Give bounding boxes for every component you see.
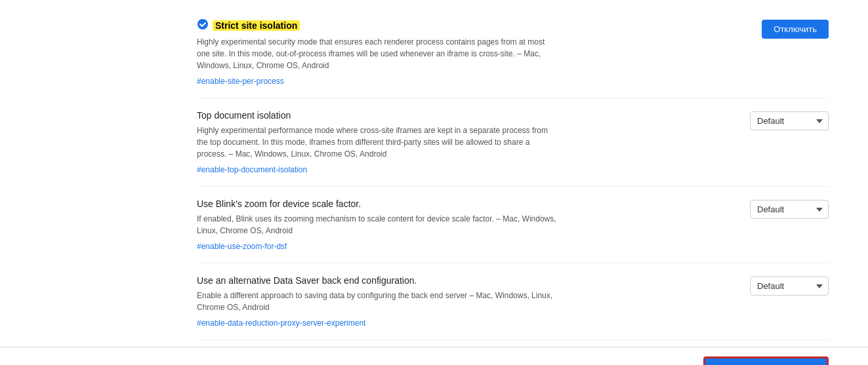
footer-bar: Внесенные изменения станут активны после… bbox=[0, 347, 868, 365]
restart-button[interactable]: ПЕРЕЗАПУСТИТЬ bbox=[703, 356, 829, 365]
flag-item-blink-zoom: Use Blink's zoom for device scale factor… bbox=[197, 187, 829, 263]
flag-control-blink-zoom: DefaultEnabledDisabled bbox=[750, 199, 829, 219]
highlight-badge: Strict site isolation bbox=[213, 20, 300, 31]
flag-title-blink-zoom: Use Blink's zoom for device scale factor… bbox=[197, 199, 558, 209]
flag-info-blink-zoom: Use Blink's zoom for device scale factor… bbox=[197, 199, 558, 251]
select-data-saver-backend[interactable]: DefaultEnabledDisabled bbox=[750, 277, 829, 296]
flag-description-data-saver-backend: Enable a different approach to saving da… bbox=[197, 290, 558, 313]
flag-title-top-document-isolation: Top document isolation bbox=[197, 110, 558, 121]
flag-description-top-document-isolation: Highly experimental performance mode whe… bbox=[197, 125, 558, 160]
checkmark-icon bbox=[197, 18, 209, 32]
flag-info-strict-site-isolation: Strict site isolationHighly experimental… bbox=[197, 18, 558, 86]
svg-point-0 bbox=[197, 19, 208, 29]
flag-control-top-document-isolation: DefaultEnabledDisabled bbox=[750, 110, 829, 130]
flags-list: Strict site isolationHighly experimental… bbox=[0, 0, 868, 347]
flag-item-strict-site-isolation: Strict site isolationHighly experimental… bbox=[197, 7, 829, 98]
select-top-document-isolation[interactable]: DefaultEnabledDisabled bbox=[750, 111, 829, 130]
flag-title-strict-site-isolation: Strict site isolation bbox=[197, 18, 558, 32]
flag-link-data-saver-backend[interactable]: #enable-data-reduction-proxy-server-expe… bbox=[197, 318, 365, 328]
flag-link-top-document-isolation[interactable]: #enable-top-document-isolation bbox=[197, 165, 307, 174]
flag-info-top-document-isolation: Top document isolationHighly experimenta… bbox=[197, 110, 558, 174]
flag-description-blink-zoom: If enabled, Blink uses its zooming mecha… bbox=[197, 213, 558, 237]
flag-link-blink-zoom[interactable]: #enable-use-zoom-for-dsf bbox=[197, 242, 287, 251]
flag-item-data-saver-backend: Use an alternative Data Saver back end c… bbox=[197, 263, 829, 340]
flag-item-top-document-isolation: Top document isolationHighly experimenta… bbox=[197, 98, 829, 187]
select-blink-zoom[interactable]: DefaultEnabledDisabled bbox=[750, 200, 829, 219]
flag-control-data-saver-backend: DefaultEnabledDisabled bbox=[750, 275, 829, 296]
flag-control-strict-site-isolation: Отключить bbox=[762, 18, 829, 39]
disable-button-strict-site-isolation[interactable]: Отключить bbox=[762, 20, 829, 39]
flag-title-data-saver-backend: Use an alternative Data Saver back end c… bbox=[197, 275, 558, 286]
flag-description-strict-site-isolation: Highly experimental security mode that e… bbox=[197, 36, 558, 71]
flag-info-data-saver-backend: Use an alternative Data Saver back end c… bbox=[197, 275, 558, 328]
flag-link-strict-site-isolation[interactable]: #enable-site-per-process bbox=[197, 77, 284, 86]
